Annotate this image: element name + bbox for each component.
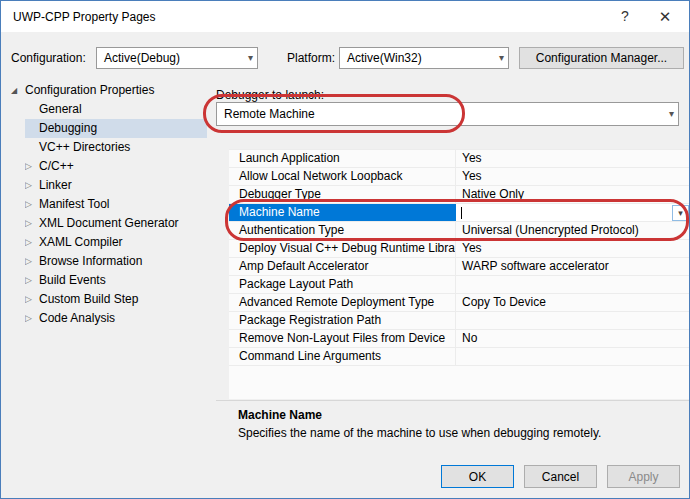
property-row-advanced-remote-deployment-type[interactable]: Advanced Remote Deployment Type Copy To … xyxy=(229,294,689,312)
property-row-debugger-type[interactable]: Debugger Type Native Only xyxy=(229,186,689,204)
chevron-down-icon: ▾ xyxy=(248,48,253,68)
configuration-manager-button[interactable]: Configuration Manager... xyxy=(519,47,684,69)
tree-expander-collapsed-icon[interactable]: ▷ xyxy=(25,252,39,271)
tree-expander-collapsed-icon[interactable]: ▷ xyxy=(25,176,39,195)
tree-expander-collapsed-icon[interactable]: ▷ xyxy=(25,309,39,328)
tree-expander-expanded-icon[interactable]: ◢ xyxy=(11,81,25,100)
property-row-command-line-arguments[interactable]: Command Line Arguments xyxy=(229,348,689,366)
machine-name-input[interactable]: ▾ xyxy=(456,204,689,221)
chevron-down-icon: ▾ xyxy=(499,48,504,68)
tree-item-linker[interactable]: ▷Linker xyxy=(25,176,207,195)
tree-item-c-cpp[interactable]: ▷C/C++ xyxy=(25,157,207,176)
property-row-launch-application[interactable]: Launch Application Yes xyxy=(229,150,689,168)
property-row-amp-default-accelerator[interactable]: Amp Default Accelerator WARP software ac… xyxy=(229,258,689,276)
tree-item-debugging[interactable]: Debugging xyxy=(25,119,207,138)
tree-item-xml-document-generator[interactable]: ▷XML Document Generator xyxy=(25,214,207,233)
configuration-tree: ◢Configuration Properties General Debugg… xyxy=(11,81,207,341)
text-caret xyxy=(461,207,462,219)
tree-item-code-analysis[interactable]: ▷Code Analysis xyxy=(25,309,207,328)
property-pages-dialog: UWP-CPP Property Pages ? ✕ Configuration… xyxy=(0,0,690,499)
configuration-combobox-value: Active(Debug) xyxy=(104,48,180,68)
property-row-package-layout-path[interactable]: Package Layout Path xyxy=(229,276,689,294)
platform-combobox[interactable]: Active(Win32) ▾ xyxy=(339,47,509,69)
configuration-combobox[interactable]: Active(Debug) ▾ xyxy=(96,47,258,69)
configuration-label: Configuration: xyxy=(11,47,86,69)
ok-button[interactable]: OK xyxy=(441,465,514,488)
debugger-combobox-value: Remote Machine xyxy=(224,103,315,125)
tree-expander-collapsed-icon[interactable]: ▷ xyxy=(25,271,39,290)
property-row-allow-local-network-loopback[interactable]: Allow Local Network Loopback Yes xyxy=(229,168,689,186)
description-text: Specifies the name of the machine to use… xyxy=(238,426,601,440)
debugger-combobox[interactable]: Remote Machine ▾ xyxy=(216,102,679,126)
tree-item-custom-build-step[interactable]: ▷Custom Build Step xyxy=(25,290,207,309)
tree-expander-collapsed-icon[interactable]: ▷ xyxy=(25,290,39,309)
tree-expander-collapsed-icon[interactable]: ▷ xyxy=(25,157,39,176)
platform-label: Platform: xyxy=(287,47,335,69)
property-row-machine-name[interactable]: Machine Name ▾ xyxy=(229,204,689,222)
description-separator xyxy=(216,400,689,401)
tree-item-browse-information[interactable]: ▷Browse Information xyxy=(25,252,207,271)
description-title: Machine Name xyxy=(238,408,322,422)
chevron-down-icon: ▾ xyxy=(669,103,674,125)
tree-item-configuration-properties[interactable]: ◢Configuration Properties xyxy=(11,81,207,100)
help-button[interactable]: ? xyxy=(605,1,645,32)
tree-expander-collapsed-icon[interactable]: ▷ xyxy=(25,214,39,233)
machine-name-dropdown-button[interactable]: ▾ xyxy=(672,205,689,221)
platform-combobox-value: Active(Win32) xyxy=(347,48,422,68)
tree-expander-collapsed-icon[interactable]: ▷ xyxy=(25,195,39,214)
close-button[interactable]: ✕ xyxy=(645,1,685,32)
tree-item-general[interactable]: General xyxy=(25,100,207,119)
chevron-down-icon: ▾ xyxy=(678,208,683,218)
property-row-package-registration-path[interactable]: Package Registration Path xyxy=(229,312,689,330)
property-row-authentication-type[interactable]: Authentication Type Universal (Unencrypt… xyxy=(229,222,689,240)
tree-item-xaml-compiler[interactable]: ▷XAML Compiler xyxy=(25,233,207,252)
property-row-remove-non-layout-files[interactable]: Remove Non-Layout Files from Device No xyxy=(229,330,689,348)
property-row-deploy-debug-runtime-libraries[interactable]: Deploy Visual C++ Debug Runtime Librarie… xyxy=(229,240,689,258)
window-title: UWP-CPP Property Pages xyxy=(13,10,156,24)
apply-button[interactable]: Apply xyxy=(607,465,680,488)
help-icon: ? xyxy=(621,8,629,24)
tree-expander-collapsed-icon[interactable]: ▷ xyxy=(25,233,39,252)
tree-item-vcpp-directories[interactable]: VC++ Directories xyxy=(25,138,207,157)
property-grid: Launch Application Yes Allow Local Netwo… xyxy=(229,149,689,399)
titlebar: UWP-CPP Property Pages ? ✕ xyxy=(1,1,689,32)
close-icon: ✕ xyxy=(659,8,672,25)
tree-item-manifest-tool[interactable]: ▷Manifest Tool xyxy=(25,195,207,214)
tree-item-build-events[interactable]: ▷Build Events xyxy=(25,271,207,290)
cancel-button[interactable]: Cancel xyxy=(524,465,597,488)
